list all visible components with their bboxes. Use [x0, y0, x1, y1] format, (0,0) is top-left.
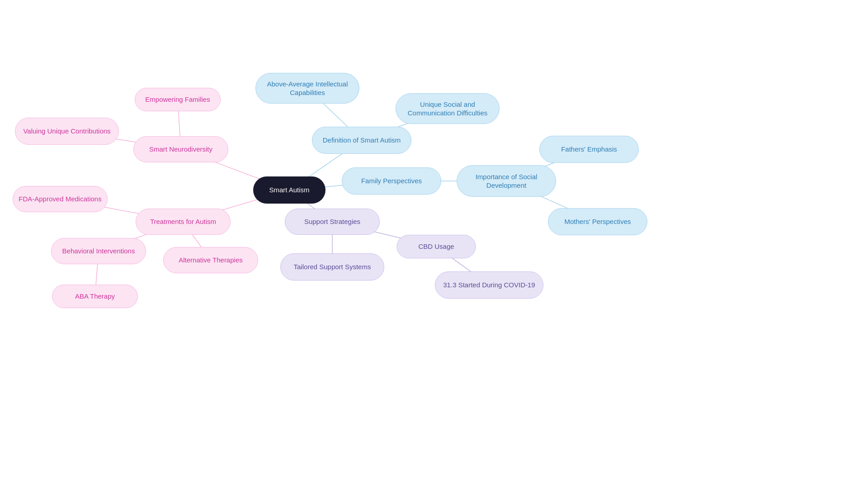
fda-medications-label: FDA-Approved Medications — [17, 195, 103, 204]
covid-node[interactable]: 31.3 Started During COVID-19 — [435, 271, 543, 299]
center-label: Smart Autism — [267, 186, 311, 195]
unique-social-label: Unique Social and Communication Difficul… — [396, 100, 499, 118]
importance-social-label: Importance of Social Development — [457, 172, 556, 190]
alternative-node[interactable]: Alternative Therapies — [163, 247, 258, 273]
definition-node[interactable]: Definition of Smart Autism — [312, 127, 411, 154]
family-perspectives-label: Family Perspectives — [359, 176, 424, 186]
tailored-label: Tailored Support Systems — [292, 262, 373, 271]
center-node[interactable]: Smart Autism — [253, 176, 326, 204]
cbd-node[interactable]: CBD Usage — [397, 235, 476, 258]
definition-label: Definition of Smart Autism — [321, 136, 403, 145]
treatments-label: Treatments for Autism — [148, 217, 218, 226]
support-strategies-label: Support Strategies — [302, 217, 362, 226]
fda-medications-node[interactable]: FDA-Approved Medications — [13, 186, 108, 212]
support-strategies-node[interactable]: Support Strategies — [285, 209, 380, 235]
valuing-contributions-node[interactable]: Valuing Unique Contributions — [15, 118, 119, 145]
family-perspectives-node[interactable]: Family Perspectives — [342, 167, 441, 195]
fathers-label: Fathers' Emphasis — [559, 145, 619, 154]
mothers-label: Mothers' Perspectives — [562, 217, 632, 226]
fathers-node[interactable]: Fathers' Emphasis — [539, 136, 639, 163]
smart-neurodiversity-node[interactable]: Smart Neurodiversity — [133, 136, 228, 162]
aba-label: ABA Therapy — [73, 292, 117, 301]
aba-node[interactable]: ABA Therapy — [52, 285, 138, 308]
empowering-families-label: Empowering Families — [143, 95, 212, 104]
covid-label: 31.3 Started During COVID-19 — [441, 281, 537, 290]
tailored-node[interactable]: Tailored Support Systems — [280, 253, 384, 281]
valuing-contributions-label: Valuing Unique Contributions — [21, 127, 112, 136]
smart-neurodiversity-label: Smart Neurodiversity — [147, 145, 214, 154]
importance-social-node[interactable]: Importance of Social Development — [457, 165, 556, 197]
behavioral-node[interactable]: Behavioral Interventions — [51, 238, 146, 264]
behavioral-label: Behavioral Interventions — [61, 247, 137, 256]
alternative-label: Alternative Therapies — [177, 256, 244, 265]
empowering-families-node[interactable]: Empowering Families — [135, 88, 221, 111]
intellectual-node[interactable]: Above-Average Intellectual Capabilities — [255, 73, 359, 104]
treatments-node[interactable]: Treatments for Autism — [136, 209, 231, 235]
intellectual-label: Above-Average Intellectual Capabilities — [256, 80, 359, 97]
mothers-node[interactable]: Mothers' Perspectives — [548, 208, 647, 235]
unique-social-node[interactable]: Unique Social and Communication Difficul… — [396, 93, 500, 124]
cbd-label: CBD Usage — [416, 242, 456, 251]
